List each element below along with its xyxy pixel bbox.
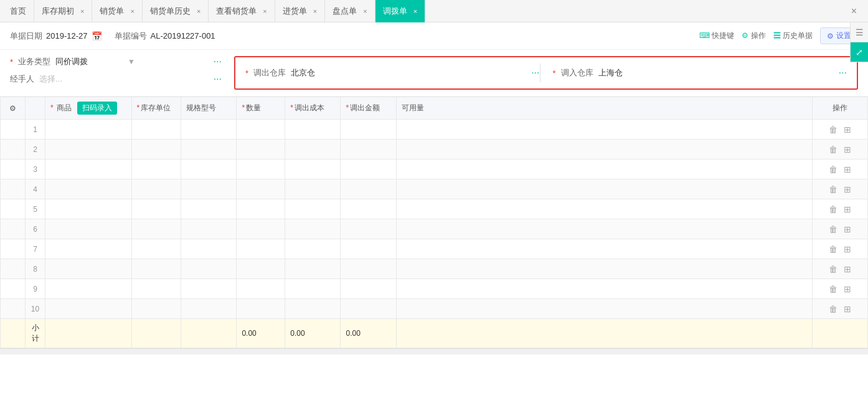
delete-icon-6[interactable]: 🗑 (829, 224, 837, 234)
row-unit-4[interactable] (131, 179, 181, 199)
row-cost-8[interactable] (285, 259, 341, 279)
row-amount-5[interactable] (341, 199, 396, 219)
copy-icon-8[interactable]: ⊞ (844, 264, 851, 274)
row-cost-3[interactable] (285, 159, 341, 179)
history-action[interactable]: ☰ 历史单据 (773, 31, 813, 41)
row-available-9[interactable] (396, 279, 812, 299)
business-type-dropdown-icon[interactable]: ▼ (128, 57, 135, 66)
copy-icon-7[interactable]: ⊞ (844, 244, 851, 254)
row-amount-8[interactable] (341, 259, 396, 279)
row-spec-8[interactable] (181, 259, 237, 279)
row-cost-9[interactable] (285, 279, 341, 299)
delete-icon-7[interactable]: 🗑 (829, 244, 837, 254)
row-product-5[interactable] (45, 199, 132, 219)
row-cost-4[interactable] (285, 179, 341, 199)
row-available-3[interactable] (396, 159, 812, 179)
row-cost-7[interactable] (285, 239, 341, 259)
row-quantity-4[interactable] (237, 179, 285, 199)
row-product-8[interactable] (45, 259, 132, 279)
copy-icon-1[interactable]: ⊞ (844, 125, 851, 135)
shortcut-action[interactable]: ⌨ 快捷键 (699, 31, 734, 41)
row-cost-6[interactable] (285, 219, 341, 239)
tab-sales-order[interactable]: 销货单 × (92, 0, 142, 22)
row-available-6[interactable] (396, 219, 812, 239)
row-product-10[interactable] (45, 299, 132, 319)
business-type-select[interactable]: 同价调拨 ▼ (55, 56, 209, 67)
delete-icon-4[interactable]: 🗑 (829, 184, 837, 194)
row-amount-1[interactable] (341, 120, 396, 140)
row-product-4[interactable] (45, 179, 132, 199)
row-amount-4[interactable] (341, 179, 396, 199)
row-unit-3[interactable] (131, 159, 181, 179)
tab-purchase-order-close[interactable]: × (313, 7, 317, 15)
delete-icon-1[interactable]: 🗑 (829, 125, 837, 135)
row-product-9[interactable] (45, 279, 132, 299)
row-available-10[interactable] (396, 299, 812, 319)
delete-icon-2[interactable]: 🗑 (829, 145, 837, 155)
row-available-7[interactable] (396, 239, 812, 259)
row-unit-7[interactable] (131, 239, 181, 259)
row-amount-7[interactable] (341, 239, 396, 259)
row-amount-9[interactable] (341, 279, 396, 299)
horizontal-scrollbar[interactable] (0, 348, 868, 355)
row-cost-2[interactable] (285, 140, 341, 159)
row-quantity-8[interactable] (237, 259, 285, 279)
date-value[interactable]: 2019-12-27 (46, 31, 88, 40)
row-cost-5[interactable] (285, 199, 341, 219)
delete-icon-5[interactable]: 🗑 (829, 204, 837, 214)
copy-icon-10[interactable]: ⊞ (844, 304, 851, 314)
warehouse-in-more-icon[interactable]: ··· (839, 67, 847, 79)
row-spec-6[interactable] (181, 219, 237, 239)
tab-view-sales-close[interactable]: × (263, 7, 267, 15)
delete-icon-10[interactable]: 🗑 (829, 304, 837, 314)
row-quantity-10[interactable] (237, 299, 285, 319)
row-unit-10[interactable] (131, 299, 181, 319)
row-product-1[interactable] (45, 120, 132, 140)
row-available-8[interactable] (396, 259, 812, 279)
copy-icon-4[interactable]: ⊞ (844, 184, 851, 194)
tab-home[interactable]: 首页 (2, 0, 34, 22)
tab-sales-order-close[interactable]: × (130, 7, 134, 15)
row-available-5[interactable] (396, 199, 812, 219)
row-available-2[interactable] (396, 140, 812, 159)
row-quantity-9[interactable] (237, 279, 285, 299)
row-spec-9[interactable] (181, 279, 237, 299)
copy-icon-5[interactable]: ⊞ (844, 204, 851, 214)
copy-icon-3[interactable]: ⊞ (844, 164, 851, 174)
delete-icon-8[interactable]: 🗑 (829, 264, 837, 274)
operation-action[interactable]: ⚙ 操作 (742, 31, 765, 41)
row-cost-1[interactable] (285, 120, 341, 140)
tab-transfer-order-close[interactable]: × (413, 7, 417, 15)
copy-icon-6[interactable]: ⊞ (844, 224, 851, 234)
row-unit-8[interactable] (131, 259, 181, 279)
row-spec-7[interactable] (181, 239, 237, 259)
tab-inventory-count-close[interactable]: × (363, 7, 367, 15)
sidebar-expand-button[interactable]: ⤢ (851, 42, 868, 62)
row-quantity-6[interactable] (237, 219, 285, 239)
delete-icon-9[interactable]: 🗑 (829, 284, 837, 294)
row-available-4[interactable] (396, 179, 812, 199)
copy-icon-2[interactable]: ⊞ (844, 145, 851, 155)
row-spec-10[interactable] (181, 299, 237, 319)
tab-view-sales[interactable]: 查看销货单 × (209, 0, 275, 22)
warehouse-out-more-icon[interactable]: ··· (531, 67, 539, 79)
row-product-3[interactable] (45, 159, 132, 179)
row-unit-5[interactable] (131, 199, 181, 219)
copy-icon-9[interactable]: ⊞ (844, 284, 851, 294)
handler-more-icon[interactable]: ··· (214, 74, 222, 85)
window-close-button[interactable]: × (847, 6, 861, 17)
row-quantity-5[interactable] (237, 199, 285, 219)
row-amount-2[interactable] (341, 140, 396, 159)
tab-inventory-count[interactable]: 盘点单 × (325, 0, 375, 22)
row-quantity-7[interactable] (237, 239, 285, 259)
warehouse-in-value[interactable]: 上海仓 (598, 67, 834, 79)
row-unit-2[interactable] (131, 140, 181, 159)
sidebar-list-button[interactable]: ☰ (851, 22, 868, 42)
tab-inventory-open-close[interactable]: × (80, 7, 84, 15)
row-spec-2[interactable] (181, 140, 237, 159)
row-unit-6[interactable] (131, 219, 181, 239)
warehouse-out-value[interactable]: 北京仓 (291, 67, 526, 79)
tab-sales-history[interactable]: 销货单历史 × (143, 0, 209, 22)
row-amount-3[interactable] (341, 159, 396, 179)
row-amount-10[interactable] (341, 299, 396, 319)
